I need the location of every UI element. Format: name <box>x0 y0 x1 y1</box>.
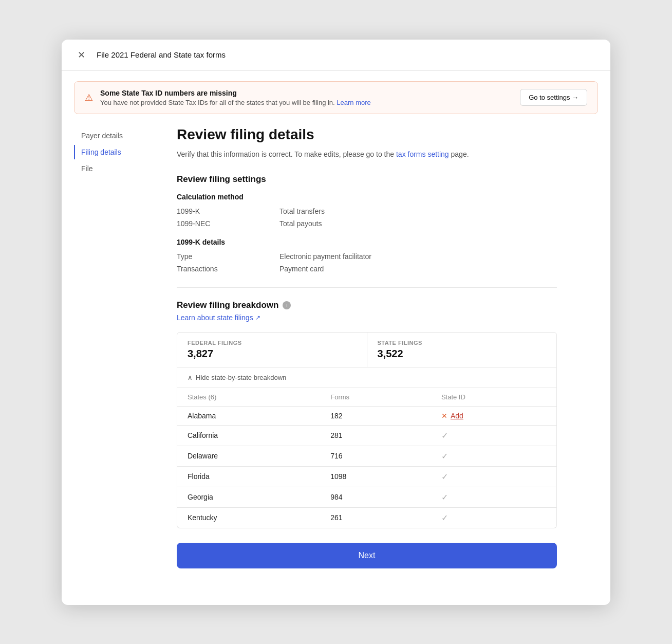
state-breakdown-table: States (6) Forms State ID Alabama182✕Add… <box>177 388 556 528</box>
federal-filings-count: 3,827 <box>188 348 357 360</box>
table-row: California281✓ <box>177 425 556 446</box>
state-id-cell: ✓ <box>431 466 556 487</box>
next-button[interactable]: Next <box>177 543 557 568</box>
details-value-transactions: Payment card <box>279 265 324 273</box>
forms-count: 984 <box>320 487 431 507</box>
table-row: Alabama182✕Add <box>177 406 556 425</box>
forms-count: 1098 <box>320 466 431 487</box>
state-table-wrapper: States (6) Forms State ID Alabama182✕Add… <box>177 388 557 528</box>
go-to-settings-button[interactable]: Go to settings → <box>520 89 587 106</box>
tax-forms-settings-link[interactable]: tax forms setting <box>396 150 449 158</box>
calc-key-1099nec: 1099-NEC <box>177 219 279 228</box>
sidebar-item-payer-details[interactable]: Payer details <box>74 128 156 143</box>
details-row-type: Type Electronic payment facilitator <box>177 252 557 261</box>
forms-count: 716 <box>320 446 431 466</box>
col-forms: Forms <box>320 388 431 407</box>
table-row: Kentucky261✓ <box>177 507 556 528</box>
desc-part2: page. <box>451 150 469 158</box>
table-row: Delaware716✓ <box>177 446 556 466</box>
add-state-id-link[interactable]: Add <box>451 412 463 420</box>
external-link-icon: ↗ <box>255 314 260 321</box>
details-row-transactions: Transactions Payment card <box>177 265 557 273</box>
table-row: Florida1098✓ <box>177 466 556 487</box>
check-icon: ✓ <box>441 513 448 522</box>
window-title: File 2021 Federal and State tax forms <box>97 50 226 59</box>
learn-about-state-filings-link[interactable]: Learn about state filings ↗ <box>177 314 557 322</box>
state-name: California <box>177 425 320 446</box>
state-name: Kentucky <box>177 507 320 528</box>
missing-id-container: ✕Add <box>441 412 546 420</box>
close-button[interactable]: ✕ <box>74 48 88 62</box>
forms-count: 281 <box>320 425 431 446</box>
main-content: Payer details Filing details File Review… <box>62 124 610 605</box>
check-icon: ✓ <box>441 452 448 461</box>
filings-grid: FEDERAL FILINGS 3,827 STATE FILINGS 3,52… <box>177 332 557 367</box>
state-filings-cell: STATE FILINGS 3,522 <box>367 333 557 367</box>
details-value-type: Electronic payment facilitator <box>279 252 371 261</box>
title-bar: ✕ File 2021 Federal and State tax forms <box>62 40 610 71</box>
state-id-cell: ✓ <box>431 446 556 466</box>
alert-content: Some State Tax ID numbers are missing Yo… <box>100 89 513 106</box>
warning-icon: ⚠ <box>85 92 93 103</box>
details-key-type: Type <box>177 252 279 261</box>
calc-value-1099nec: Total payouts <box>279 219 322 228</box>
review-filing-breakdown: Review filing breakdown i Learn about st… <box>177 300 557 528</box>
x-icon: ✕ <box>441 412 447 420</box>
federal-filings-cell: FEDERAL FILINGS 3,827 <box>177 333 367 367</box>
page-title: Review filing details <box>177 126 557 143</box>
state-name: Delaware <box>177 446 320 466</box>
table-row: Georgia984✓ <box>177 487 556 507</box>
check-icon: ✓ <box>441 472 448 481</box>
sidebar-item-file[interactable]: File <box>74 161 156 176</box>
state-id-cell[interactable]: ✕Add <box>431 406 556 425</box>
main-window: ✕ File 2021 Federal and State tax forms … <box>62 40 610 605</box>
sidebar: Payer details Filing details File <box>74 124 156 593</box>
details-label: 1099-K details <box>177 238 557 246</box>
learn-more-link[interactable]: Learn more <box>337 99 370 106</box>
state-id-cell: ✓ <box>431 487 556 507</box>
forms-count: 182 <box>320 406 431 425</box>
desc-part1: Verify that this information is correct.… <box>177 150 394 158</box>
alert-banner: ⚠ Some State Tax ID numbers are missing … <box>74 81 598 114</box>
review-filing-settings: Review filing settings Calculation metho… <box>177 174 557 273</box>
content-area: Review filing details Verify that this i… <box>156 124 557 593</box>
forms-count: 261 <box>320 507 431 528</box>
state-id-cell: ✓ <box>431 507 556 528</box>
calc-row-1099nec: 1099-NEC Total payouts <box>177 219 557 228</box>
toggle-breakdown-label: Hide state-by-state breakdown <box>196 374 286 381</box>
alert-body: You have not provided State Tax IDs for … <box>100 99 513 106</box>
info-icon[interactable]: i <box>283 301 291 309</box>
breakdown-title: Review filing breakdown <box>177 300 278 310</box>
sidebar-item-filing-details[interactable]: Filing details <box>74 145 156 159</box>
alert-title: Some State Tax ID numbers are missing <box>100 89 513 97</box>
state-filings-count: 3,522 <box>378 348 547 360</box>
chevron-up-icon: ∧ <box>188 374 193 381</box>
details-key-transactions: Transactions <box>177 265 279 273</box>
calc-key-1099k: 1099-K <box>177 207 279 215</box>
page-description: Verify that this information is correct.… <box>177 149 557 160</box>
check-icon: ✓ <box>441 493 448 502</box>
settings-section-title: Review filing settings <box>177 174 557 185</box>
breakdown-header: Review filing breakdown i <box>177 300 557 310</box>
alert-body-text: You have not provided State Tax IDs for … <box>100 99 335 106</box>
state-id-cell: ✓ <box>431 425 556 446</box>
toggle-breakdown-row[interactable]: ∧ Hide state-by-state breakdown <box>177 367 557 388</box>
state-name: Georgia <box>177 487 320 507</box>
table-header-row: States (6) Forms State ID <box>177 388 556 407</box>
learn-link-text: Learn about state filings <box>177 314 253 322</box>
col-state-id: State ID <box>431 388 556 407</box>
federal-filings-label: FEDERAL FILINGS <box>188 340 357 346</box>
calculation-label: Calculation method <box>177 193 557 201</box>
section-divider <box>177 287 557 288</box>
col-states: States (6) <box>177 388 320 407</box>
state-name: Alabama <box>177 406 320 425</box>
calc-value-1099k: Total transfers <box>279 207 325 215</box>
calc-row-1099k: 1099-K Total transfers <box>177 207 557 215</box>
check-icon: ✓ <box>441 431 448 440</box>
state-name: Florida <box>177 466 320 487</box>
state-filings-label: STATE FILINGS <box>378 340 547 346</box>
